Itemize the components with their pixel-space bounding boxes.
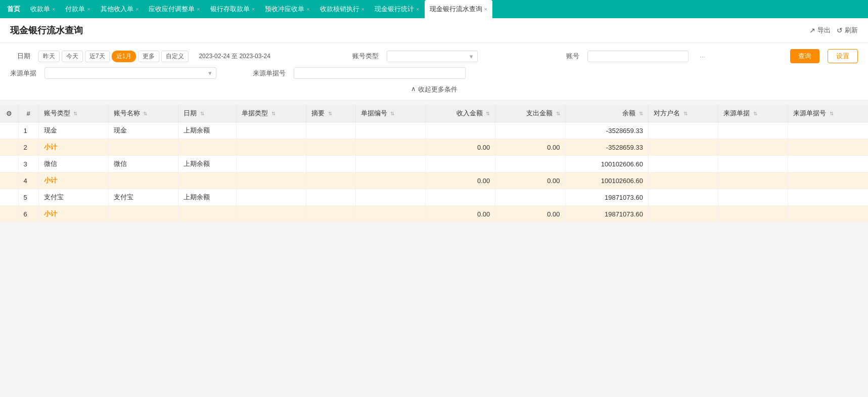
th-account-name[interactable]: 账号名称 ⇅ — [108, 105, 178, 122]
td-config — [0, 122, 18, 139]
th-voucher-no[interactable]: 单据编号 ⇅ — [355, 105, 425, 122]
nav-tab-2[interactable]: 付款单 × — [60, 0, 95, 18]
date-btn-1month[interactable]: 近1月 — [112, 51, 136, 62]
nav-tab-9[interactable]: 现金银行流水查询 × — [425, 0, 492, 18]
account-more-icon[interactable]: ··· — [697, 51, 708, 62]
collapse-filter-button[interactable]: ∧ 收起更多条件 — [10, 83, 858, 96]
refresh-button[interactable]: ↺ 刷新 — [837, 26, 858, 35]
table-row: 1现金现金上期余额-3528659.33 — [0, 122, 868, 139]
nav-tab-7[interactable]: 收款核销执行 × — [315, 0, 370, 18]
page-title: 现金银行流水查询 — [10, 24, 83, 36]
th-counterparty-label: 对方户名 — [654, 109, 680, 117]
nav-tab-8[interactable]: 现金银行统计 × — [370, 0, 424, 18]
settings-button[interactable]: 设置 — [828, 49, 858, 63]
td-source-voucher — [718, 189, 788, 206]
td-income: 0.00 — [425, 172, 495, 189]
td-source-voucher-no — [788, 139, 868, 156]
td-counterparty — [648, 189, 718, 206]
td-config — [0, 189, 18, 206]
nav-tab-2-label: 付款单 — [65, 5, 85, 14]
td-date — [178, 172, 237, 189]
date-btn-more[interactable]: 更多 — [138, 51, 159, 62]
td-account-name — [108, 206, 178, 223]
sort-icon-date: ⇅ — [200, 111, 204, 116]
nav-tab-3[interactable]: 其他收入单 × — [96, 0, 144, 18]
column-config-button[interactable]: ⚙ — [0, 105, 18, 122]
th-account-type[interactable]: 账号类型 ⇅ — [38, 105, 108, 122]
nav-tab-home[interactable]: 首页 — [2, 0, 25, 18]
export-icon: ↗ — [809, 26, 815, 34]
account-input[interactable] — [587, 51, 689, 62]
table-row: 4小计0.000.00100102606.60 — [0, 172, 868, 189]
nav-tab-5-close[interactable]: × — [252, 6, 255, 12]
th-source-voucher[interactable]: 来源单据 ⇅ — [718, 105, 788, 122]
refresh-icon: ↺ — [837, 26, 843, 34]
nav-tab-4[interactable]: 应收应付调整单 × — [144, 0, 205, 18]
td-counterparty — [648, 156, 718, 172]
table-row: 2小计0.000.00-3528659.33 — [0, 139, 868, 156]
nav-tab-8-label: 现金银行统计 — [375, 5, 414, 14]
nav-tab-5-label: 银行存取款单 — [210, 5, 250, 14]
nav-tab-4-close[interactable]: × — [197, 6, 200, 12]
th-voucher-type[interactable]: 单据类型 ⇅ — [237, 105, 306, 122]
th-summary[interactable]: 摘要 ⇅ — [306, 105, 355, 122]
td-income — [425, 156, 495, 172]
data-table: ⚙ # 账号类型 ⇅ 账号名称 ⇅ 日期 ⇅ 单据类型 ⇅ — [0, 105, 868, 223]
source-voucher-no-input[interactable] — [294, 67, 466, 79]
nav-tab-1[interactable]: 收款单 × — [25, 0, 60, 18]
td-expense: 0.00 — [495, 206, 565, 223]
td-source-voucher-no — [788, 172, 868, 189]
td-source-voucher-no — [788, 206, 868, 223]
th-voucher-no-label: 单据编号 — [361, 109, 387, 117]
td-account-name — [108, 139, 178, 156]
td-config — [0, 139, 18, 156]
td-voucher-type — [237, 156, 306, 172]
chevron-down-icon: ▾ — [470, 53, 473, 60]
account-label: 账号 — [559, 52, 579, 61]
date-btn-today[interactable]: 今天 — [62, 51, 83, 62]
source-voucher-label: 来源单据 — [10, 69, 36, 78]
td-account-name: 微信 — [108, 156, 178, 172]
nav-tab-3-close[interactable]: × — [135, 6, 139, 12]
query-button[interactable]: 查询 — [790, 49, 819, 63]
td-balance: 100102606.60 — [565, 172, 648, 189]
td-source-voucher — [718, 139, 788, 156]
th-income[interactable]: 收入金额 ⇅ — [425, 105, 495, 122]
th-date[interactable]: 日期 ⇅ — [178, 105, 237, 122]
export-button[interactable]: ↗ 导出 — [809, 26, 831, 35]
source-voucher-select[interactable]: ▾ — [44, 67, 216, 79]
td-voucher-type — [237, 189, 306, 206]
td-source-voucher-no — [788, 189, 868, 206]
date-btn-yesterday[interactable]: 昨天 — [38, 51, 60, 62]
table-body: 1现金现金上期余额-3528659.332小计0.000.00-3528659.… — [0, 122, 868, 223]
th-expense[interactable]: 支出金额 ⇅ — [495, 105, 565, 122]
th-counterparty[interactable]: 对方户名 ⇅ — [648, 105, 718, 122]
td-summary — [306, 139, 355, 156]
td-expense — [495, 189, 565, 206]
nav-tab-5[interactable]: 银行存取款单 × — [205, 0, 260, 18]
sort-icon-counterparty: ⇅ — [683, 111, 688, 116]
nav-tab-1-close[interactable]: × — [52, 6, 55, 12]
table-row: 5支付宝支付宝上期余额19871073.60 — [0, 189, 868, 206]
td-voucher-no — [355, 122, 425, 139]
sort-icon-account-name: ⇅ — [143, 111, 147, 116]
th-source-voucher-no[interactable]: 来源单据号 ⇅ — [788, 105, 868, 122]
nav-tab-6[interactable]: 预收冲应收单 × — [260, 0, 314, 18]
nav-tab-9-close[interactable]: × — [484, 6, 487, 12]
td-expense — [495, 122, 565, 139]
nav-tab-6-close[interactable]: × — [306, 6, 309, 12]
th-balance[interactable]: 余额 ⇅ — [565, 105, 648, 122]
nav-tab-7-close[interactable]: × — [361, 6, 364, 12]
account-type-select[interactable]: ▾ — [387, 51, 478, 62]
nav-tab-8-close[interactable]: × — [416, 6, 419, 12]
header-actions: ↗ 导出 ↺ 刷新 — [809, 26, 858, 35]
collapse-label: 收起更多条件 — [418, 85, 458, 94]
nav-tab-2-close[interactable]: × — [87, 6, 90, 12]
date-btn-7days[interactable]: 近7天 — [85, 51, 110, 62]
td-date: 上期余额 — [178, 189, 237, 206]
date-btn-custom[interactable]: 自定义 — [161, 51, 189, 62]
nav-tab-4-label: 应收应付调整单 — [149, 5, 195, 14]
td-voucher-no — [355, 206, 425, 223]
td-source-voucher — [718, 206, 788, 223]
nav-tab-3-label: 其他收入单 — [101, 5, 133, 14]
